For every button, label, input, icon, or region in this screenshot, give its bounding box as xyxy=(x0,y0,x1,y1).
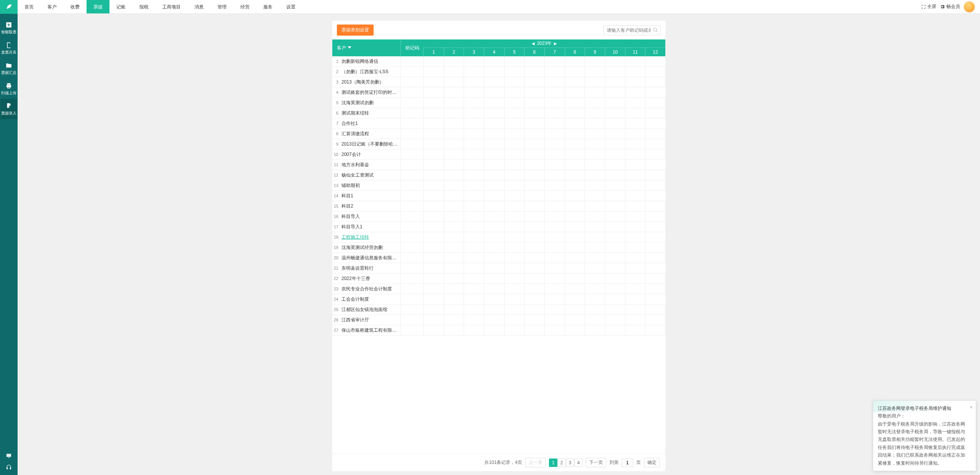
month-cell[interactable] xyxy=(484,77,504,87)
month-cell[interactable] xyxy=(484,242,504,252)
nav-item-4[interactable]: 记账 xyxy=(109,0,132,13)
month-cell[interactable] xyxy=(605,98,625,108)
month-cell[interactable] xyxy=(625,77,645,87)
month-cell[interactable] xyxy=(484,305,504,314)
month-cell[interactable] xyxy=(565,263,585,273)
month-cell[interactable] xyxy=(484,56,504,66)
column-header-code[interactable]: 助记码 xyxy=(400,39,423,56)
month-cell[interactable] xyxy=(423,118,444,128)
month-cell[interactable] xyxy=(585,294,605,304)
nav-item-7[interactable]: 消息 xyxy=(188,0,211,13)
nav-item-0[interactable]: 首页 xyxy=(18,0,41,13)
nav-item-9[interactable]: 经营 xyxy=(234,0,256,13)
month-cell[interactable] xyxy=(565,253,585,263)
month-cell[interactable] xyxy=(464,222,484,232)
nav-item-1[interactable]: 客户 xyxy=(41,0,64,13)
month-cell[interactable] xyxy=(585,98,605,108)
month-cell[interactable] xyxy=(605,242,625,252)
month-cell[interactable] xyxy=(544,118,565,128)
month-cell[interactable] xyxy=(484,180,504,190)
month-cell[interactable] xyxy=(524,108,544,118)
month-cell[interactable] xyxy=(464,305,484,314)
column-header-client[interactable]: 客户 xyxy=(332,39,400,56)
month-cell[interactable] xyxy=(645,253,665,263)
year-prev-button[interactable]: ◀ xyxy=(532,41,535,46)
month-cell[interactable] xyxy=(645,284,665,294)
month-cell[interactable] xyxy=(585,139,605,149)
month-cell[interactable] xyxy=(524,263,544,273)
month-cell[interactable] xyxy=(605,222,625,232)
month-cell[interactable] xyxy=(444,118,464,128)
sidebar-item-1[interactable]: 发票开具 xyxy=(0,38,17,58)
month-cell[interactable] xyxy=(484,98,504,108)
month-cell[interactable] xyxy=(565,305,585,314)
month-cell[interactable] xyxy=(585,67,605,77)
month-cell[interactable] xyxy=(645,77,665,87)
month-cell[interactable] xyxy=(565,149,585,159)
sidebar-item-2[interactable]: 票据汇总 xyxy=(0,58,17,79)
month-cell[interactable] xyxy=(585,160,605,170)
month-cell[interactable] xyxy=(605,294,625,304)
month-cell[interactable] xyxy=(504,67,524,77)
column-header-month-6[interactable]: 6 xyxy=(524,48,544,56)
month-cell[interactable] xyxy=(645,232,665,242)
month-cell[interactable] xyxy=(585,129,605,139)
month-cell[interactable] xyxy=(645,274,665,283)
month-cell[interactable] xyxy=(423,139,444,149)
month-cell[interactable] xyxy=(645,87,665,97)
month-cell[interactable] xyxy=(605,160,625,170)
month-cell[interactable] xyxy=(585,284,605,294)
month-cell[interactable] xyxy=(605,170,625,180)
month-cell[interactable] xyxy=(565,232,585,242)
month-cell[interactable] xyxy=(625,56,645,66)
month-cell[interactable] xyxy=(605,56,625,66)
month-cell[interactable] xyxy=(605,211,625,221)
nav-item-5[interactable]: 报税 xyxy=(132,0,155,13)
month-cell[interactable] xyxy=(444,149,464,159)
month-cell[interactable] xyxy=(645,98,665,108)
month-cell[interactable] xyxy=(464,180,484,190)
month-cell[interactable] xyxy=(504,253,524,263)
month-cell[interactable] xyxy=(565,274,585,283)
month-cell[interactable] xyxy=(464,263,484,273)
month-cell[interactable] xyxy=(605,201,625,211)
month-cell[interactable] xyxy=(524,242,544,252)
month-cell[interactable] xyxy=(625,160,645,170)
month-cell[interactable] xyxy=(423,253,444,263)
month-cell[interactable] xyxy=(645,222,665,232)
member-button[interactable]: 畅会员 xyxy=(940,3,960,10)
month-cell[interactable] xyxy=(524,56,544,66)
month-cell[interactable] xyxy=(645,263,665,273)
month-cell[interactable] xyxy=(423,232,444,242)
month-cell[interactable] xyxy=(423,284,444,294)
month-cell[interactable] xyxy=(544,87,565,97)
month-cell[interactable] xyxy=(544,56,565,66)
month-cell[interactable] xyxy=(605,149,625,159)
month-cell[interactable] xyxy=(464,315,484,325)
month-cell[interactable] xyxy=(524,160,544,170)
month-cell[interactable] xyxy=(504,305,524,314)
monitor-icon[interactable] xyxy=(6,453,12,459)
month-cell[interactable] xyxy=(544,98,565,108)
month-cell[interactable] xyxy=(565,129,585,139)
sidebar-item-4[interactable]: 票据录入 xyxy=(0,99,17,119)
month-cell[interactable] xyxy=(625,180,645,190)
column-header-month-4[interactable]: 4 xyxy=(484,48,504,56)
column-header-month-3[interactable]: 3 xyxy=(464,48,484,56)
month-cell[interactable] xyxy=(524,87,544,97)
month-cell[interactable] xyxy=(423,222,444,232)
month-cell[interactable] xyxy=(504,160,524,170)
month-cell[interactable] xyxy=(625,139,645,149)
month-cell[interactable] xyxy=(524,253,544,263)
column-header-month-1[interactable]: 1 xyxy=(423,48,444,56)
month-cell[interactable] xyxy=(544,139,565,149)
month-cell[interactable] xyxy=(444,67,464,77)
month-cell[interactable] xyxy=(544,222,565,232)
user-avatar[interactable] xyxy=(964,2,975,12)
month-cell[interactable] xyxy=(524,67,544,77)
month-cell[interactable] xyxy=(645,129,665,139)
month-cell[interactable] xyxy=(504,191,524,201)
pagination-prev-button[interactable]: 上一页 xyxy=(525,458,546,467)
month-cell[interactable] xyxy=(504,170,524,180)
month-cell[interactable] xyxy=(524,294,544,304)
